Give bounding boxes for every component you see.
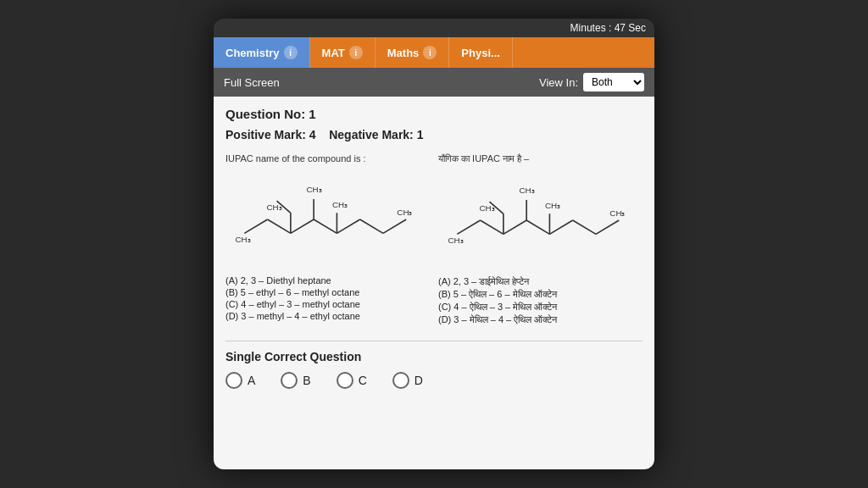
molecule-english: CH₃ CH₃ CH₃ CH₃ CH₃ bbox=[225, 169, 430, 270]
answer-options: A B C D bbox=[225, 372, 643, 389]
svg-line-0 bbox=[244, 219, 267, 233]
hindi-option-b: (B) 5 – ऐथिल – 6 – मेथिल ऑक्टेन bbox=[438, 289, 643, 300]
svg-line-22 bbox=[596, 220, 619, 234]
answer-option-d[interactable]: D bbox=[392, 372, 423, 389]
svg-line-18 bbox=[504, 220, 526, 234]
svg-line-6 bbox=[383, 219, 406, 233]
answer-option-b[interactable]: B bbox=[281, 372, 310, 389]
view-in-select[interactable]: Both English Hindi bbox=[583, 73, 644, 92]
view-in-section: View In: Both English Hindi bbox=[539, 73, 644, 92]
svg-text:CH₃: CH₃ bbox=[480, 203, 495, 213]
svg-text:CH₃: CH₃ bbox=[397, 208, 412, 217]
svg-line-19 bbox=[526, 220, 549, 234]
fullscreen-label[interactable]: Full Screen bbox=[224, 76, 280, 89]
tab-physics-label: Physi... bbox=[461, 47, 500, 59]
mat-info-icon[interactable]: i bbox=[349, 46, 363, 59]
negative-mark-label: Negative Mark: bbox=[329, 128, 414, 141]
tab-maths[interactable]: Maths i bbox=[376, 37, 450, 68]
positive-mark-label: Positive Mark: bbox=[225, 128, 306, 141]
svg-line-16 bbox=[457, 220, 480, 234]
svg-line-20 bbox=[549, 220, 572, 234]
view-in-label: View In: bbox=[539, 76, 578, 89]
hindi-option-a: (A) 2, 3 – डाईमेथिल हेप्टेन bbox=[438, 276, 643, 287]
tab-bar: Chemistry i MAT i Maths i Physi... bbox=[214, 37, 654, 68]
english-prompt: IUPAC name of the compound is : bbox=[225, 153, 430, 164]
answer-label-a: A bbox=[248, 374, 255, 387]
svg-text:CH₃: CH₃ bbox=[545, 201, 560, 210]
tab-chemistry[interactable]: Chemistry i bbox=[214, 37, 310, 68]
negative-mark-value: 1 bbox=[417, 128, 424, 141]
marks-info: Positive Mark: 4 Negative Mark: 1 bbox=[225, 128, 643, 141]
toolbar: Full Screen View In: Both English Hindi bbox=[214, 68, 654, 97]
question-body: IUPAC name of the compound is : bbox=[225, 153, 643, 327]
svg-text:CH₃: CH₃ bbox=[332, 200, 348, 209]
hindi-prompt: यौगिक का IUPAC नाम है – bbox=[438, 153, 643, 164]
phone-frame: Minutes : 47 Sec Chemistry i MAT i Maths… bbox=[214, 19, 654, 469]
timer-bar: Minutes : 47 Sec bbox=[214, 19, 654, 37]
radio-d[interactable] bbox=[392, 372, 409, 389]
tab-physics[interactable]: Physi... bbox=[449, 37, 513, 68]
question-number: Question No: 1 bbox=[225, 107, 643, 121]
svg-text:CH₃: CH₃ bbox=[448, 236, 463, 245]
answer-label-d: D bbox=[415, 374, 423, 387]
section-divider bbox=[225, 341, 643, 341]
tab-maths-label: Maths bbox=[387, 47, 420, 59]
svg-line-4 bbox=[337, 219, 359, 233]
svg-text:CH₃: CH₃ bbox=[306, 185, 321, 194]
answer-label-c: C bbox=[359, 374, 367, 387]
english-options-list: (A) 2, 3 – Diethyl heptane (B) 5 – ethyl… bbox=[225, 275, 430, 321]
timer-text: Minutes : 47 Sec bbox=[570, 22, 646, 34]
tab-mat[interactable]: MAT i bbox=[310, 37, 376, 68]
radio-c[interactable] bbox=[337, 372, 353, 389]
svg-line-1 bbox=[268, 219, 291, 233]
svg-text:CH₃: CH₃ bbox=[267, 202, 282, 212]
english-option-c: (C) 4 – ethyl – 3 – methyl octane bbox=[225, 299, 430, 309]
svg-text:CH₃: CH₃ bbox=[519, 186, 534, 195]
english-option-d: (D) 3 – methyl – 4 – ethyl octane bbox=[225, 311, 430, 321]
radio-a[interactable] bbox=[225, 372, 242, 389]
single-correct-label: Single Correct Question bbox=[225, 350, 643, 363]
english-column: IUPAC name of the compound is : bbox=[225, 153, 430, 327]
answer-option-c[interactable]: C bbox=[337, 372, 367, 389]
hindi-options-list: (A) 2, 3 – डाईमेथिल हेप्टेन (B) 5 – ऐथिल… bbox=[438, 276, 643, 325]
radio-b[interactable] bbox=[281, 372, 298, 389]
english-option-b: (B) 5 – ethyl – 6 – methyl octane bbox=[225, 287, 430, 297]
answer-option-a[interactable]: A bbox=[225, 372, 255, 389]
hindi-option-d: (D) 3 – मेथिल – 4 – ऐथिल ऑक्टेन bbox=[438, 314, 643, 325]
svg-text:CH₃: CH₃ bbox=[235, 235, 250, 244]
svg-line-21 bbox=[573, 220, 596, 234]
content-area: Question No: 1 Positive Mark: 4 Negative… bbox=[214, 97, 654, 469]
svg-text:CH₃: CH₃ bbox=[609, 208, 625, 218]
svg-line-3 bbox=[314, 219, 337, 233]
molecule-hindi: CH₃ CH₃ CH₃ CH₃ CH₃ bbox=[438, 169, 643, 271]
hindi-column: यौगिक का IUPAC नाम है – CH₃ CH₃ bbox=[438, 153, 643, 327]
svg-line-5 bbox=[360, 219, 383, 233]
chemistry-info-icon[interactable]: i bbox=[284, 46, 298, 59]
tab-mat-label: MAT bbox=[322, 47, 345, 59]
positive-mark-value: 4 bbox=[309, 128, 316, 141]
english-option-a: (A) 2, 3 – Diethyl heptane bbox=[225, 275, 430, 286]
svg-line-17 bbox=[481, 220, 504, 234]
answer-label-b: B bbox=[303, 374, 310, 387]
svg-line-2 bbox=[291, 219, 314, 233]
hindi-option-c: (C) 4 – ऐथिल – 3 – मेथिल ऑक्टेन bbox=[438, 302, 643, 313]
maths-info-icon[interactable]: i bbox=[423, 46, 437, 59]
tab-chemistry-label: Chemistry bbox=[225, 47, 280, 59]
